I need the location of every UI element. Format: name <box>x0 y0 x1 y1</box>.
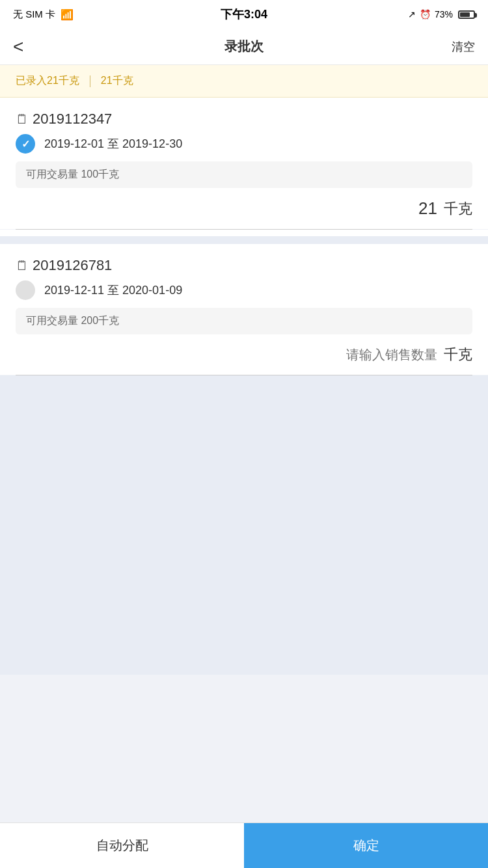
status-right: ↗ ⏰ 73% <box>408 9 475 20</box>
batch-1-radio[interactable]: ✓ <box>16 134 35 154</box>
status-time: 下午3:04 <box>221 7 267 22</box>
summary-divider <box>90 75 90 87</box>
batch-2-date-row[interactable]: 2019-12-11 至 2020-01-09 <box>16 280 472 300</box>
battery-icon <box>458 10 475 19</box>
batch-2-input-row: 千克 <box>0 334 488 375</box>
check-icon: ✓ <box>21 138 30 150</box>
batch-1-date-row[interactable]: ✓ 2019-12-01 至 2019-12-30 <box>16 134 472 154</box>
batch-1-icon: 🗒 <box>16 112 29 127</box>
wifi-icon: 📶 <box>61 8 74 21</box>
batch-1-date: 2019-12-01 至 2019-12-30 <box>44 136 182 152</box>
empty-area <box>0 375 488 675</box>
batch-2-card: 🗒 2019126781 2019-12-11 至 2020-01-09 可用交… <box>0 244 488 334</box>
batch-2-radio[interactable] <box>16 280 35 300</box>
batch-1-unit: 千克 <box>444 199 472 219</box>
auto-distribute-button[interactable]: 自动分配 <box>0 823 244 868</box>
status-left: 无 SIM 卡 📶 <box>13 8 74 21</box>
section-separator <box>0 236 488 244</box>
location-icon: ↗ <box>408 9 416 20</box>
status-bar: 无 SIM 卡 📶 下午3:04 ↗ ⏰ 73% <box>0 0 488 29</box>
batch-2-unit: 千克 <box>444 345 472 364</box>
batch-1-amount-row: 千克 <box>0 188 488 229</box>
batch-2-id: 2019126781 <box>33 257 112 274</box>
clear-button[interactable]: 清空 <box>452 39 475 55</box>
batch-2-date: 2019-12-11 至 2020-01-09 <box>44 282 182 298</box>
batch-2-icon: 🗒 <box>16 258 29 273</box>
batch-1-available: 可用交易量 100千克 <box>16 161 472 188</box>
summary-banner: 已录入21千克 21千克 <box>0 65 488 98</box>
batch-2-header: 🗒 2019126781 <box>16 257 472 274</box>
batch-2-amount-input[interactable] <box>275 347 437 362</box>
batch-1-amount-input[interactable] <box>359 198 437 219</box>
battery-percent: 73% <box>435 9 453 20</box>
back-button[interactable]: < <box>13 36 39 57</box>
confirm-button[interactable]: 确定 <box>244 823 488 868</box>
alarm-icon: ⏰ <box>420 9 431 20</box>
batch-1-id: 2019112347 <box>33 111 112 128</box>
carrier-label: 无 SIM 卡 <box>13 8 55 21</box>
nav-bar: < 录批次 清空 <box>0 29 488 65</box>
recorded-label: 已录入21千克 <box>16 74 79 88</box>
amount-label: 21千克 <box>101 74 133 88</box>
batch-1-card: 🗒 2019112347 ✓ 2019-12-01 至 2019-12-30 可… <box>0 98 488 188</box>
bottom-bar: 自动分配 确定 <box>0 822 488 868</box>
batch-2-available: 可用交易量 200千克 <box>16 308 472 334</box>
page-title: 录批次 <box>224 38 264 55</box>
batch-1-spacer <box>0 230 488 236</box>
batch-1-header: 🗒 2019112347 <box>16 111 472 128</box>
